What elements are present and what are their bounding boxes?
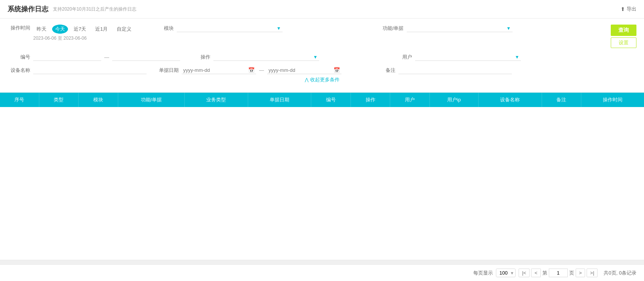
table-header-row: 序号 类型 模块 功能/单据 业务类型 单据日期 编号 操作 用户 用户ip 设… <box>0 93 644 107</box>
page-footer: 每页显示 100 50 200 ▼ |< < 第 页 > >| 共0页, 0条记… <box>0 264 644 281</box>
col-remark: 备注 <box>542 93 581 107</box>
page-number-input[interactable] <box>549 269 568 277</box>
module-select[interactable] <box>177 25 283 32</box>
user-select-wrapper: ▼ <box>415 53 521 61</box>
time-range: 2023-06-06 至 2023-06-06 <box>33 35 135 42</box>
time-btn-yesterday[interactable]: 昨天 <box>33 25 50 34</box>
number-input-to[interactable] <box>112 53 180 61</box>
data-table: 序号 类型 模块 功能/单据 业务类型 单据日期 编号 操作 用户 用户ip 设… <box>0 93 644 107</box>
time-btn-custom[interactable]: 自定义 <box>113 25 135 34</box>
operation-select[interactable] <box>213 53 319 61</box>
page-title: 系统操作日志 <box>8 5 48 14</box>
query-button[interactable]: 查询 <box>611 25 636 36</box>
col-function: 功能/单据 <box>118 93 184 107</box>
collapse-label: 收起更多条件 <box>310 76 340 83</box>
device-input[interactable] <box>33 67 147 74</box>
per-page-label: 每页显示 <box>473 270 493 276</box>
filter-area: 操作时间 昨天 今天 近7天 近1月 自定义 2023-06-06 至 2023… <box>0 19 644 93</box>
device-label: 设备名称 <box>8 67 30 74</box>
export-button[interactable]: ⬆ 导出 <box>621 6 636 12</box>
col-operation: 操作 <box>351 93 390 107</box>
date-dash: — <box>259 67 264 73</box>
page-header: 系统操作日志 支持2020年10月31日之后产生的操作日志 ⬆ 导出 <box>0 0 644 19</box>
col-index: 序号 <box>0 93 39 107</box>
remark-label: 备注 <box>373 67 395 74</box>
settings-button[interactable]: 设置 <box>611 37 636 48</box>
col-biz-type: 业务类型 <box>185 93 248 107</box>
number-dash: — <box>104 54 109 60</box>
time-btn-7days[interactable]: 近7天 <box>70 25 90 34</box>
total-info: 共0页, 0条记录 <box>604 270 636 276</box>
function-label: 功能/单据 <box>381 25 404 32</box>
col-doc-date: 单据日期 <box>248 93 311 107</box>
date-label: 单据日期 <box>154 67 179 74</box>
time-label: 操作时间 <box>8 25 30 31</box>
empty-area <box>0 107 644 239</box>
operation-label: 操作 <box>188 54 210 61</box>
calendar-to-icon[interactable]: 📅 <box>334 67 340 73</box>
col-user: 用户 <box>390 93 429 107</box>
page-unit-label: 页 <box>569 270 574 276</box>
first-page-button[interactable]: |< <box>519 269 530 277</box>
export-icon: ⬆ <box>621 6 625 12</box>
date-to-wrapper: 📅 <box>267 66 341 74</box>
time-btn-today[interactable]: 今天 <box>52 25 68 34</box>
date-from-wrapper: 📅 <box>182 66 256 74</box>
user-select[interactable] <box>415 53 521 61</box>
table-area: 序号 类型 模块 功能/单据 业务类型 单据日期 编号 操作 用户 用户ip 设… <box>0 93 644 260</box>
number-input-from[interactable] <box>33 53 101 61</box>
collapse-button[interactable]: ⋀ 收起更多条件 <box>305 76 340 83</box>
col-type: 类型 <box>39 93 78 107</box>
col-number: 编号 <box>311 93 351 107</box>
module-label: 模块 <box>151 25 174 32</box>
function-select[interactable] <box>407 25 513 32</box>
number-label: 编号 <box>8 54 30 61</box>
collapse-icon: ⋀ <box>305 77 309 82</box>
scrollbar-area[interactable] <box>0 260 644 264</box>
col-device: 设备名称 <box>478 93 542 107</box>
per-page-select[interactable]: 100 50 200 <box>496 269 516 277</box>
action-buttons: 查询 设置 <box>611 25 636 48</box>
date-to-input[interactable] <box>269 67 332 73</box>
module-select-wrapper: ▼ <box>177 25 283 32</box>
export-label: 导出 <box>627 6 636 12</box>
per-page-wrapper: 100 50 200 ▼ <box>496 269 516 277</box>
prev-page-button[interactable]: < <box>531 269 541 277</box>
page-subtitle: 支持2020年10月31日之后产生的操作日志 <box>53 6 136 12</box>
collapse-row: ⋀ 收起更多条件 <box>8 74 636 86</box>
page-prefix-label: 第 <box>542 270 547 276</box>
user-label: 用户 <box>389 54 412 61</box>
pagination-nav: |< < 第 页 > >| <box>519 269 598 277</box>
time-filter: 昨天 今天 近7天 近1月 自定义 2023-06-06 至 2023-06-0… <box>33 25 135 42</box>
col-op-time: 操作时间 <box>581 93 644 107</box>
operation-select-wrapper: ▼ <box>213 53 319 61</box>
remark-input[interactable] <box>398 67 512 74</box>
next-page-button[interactable]: > <box>576 269 585 277</box>
col-user-ip: 用户ip <box>429 93 478 107</box>
time-btn-1month[interactable]: 近1月 <box>92 25 111 34</box>
calendar-from-icon[interactable]: 📅 <box>248 67 255 73</box>
date-from-input[interactable] <box>183 67 247 73</box>
last-page-button[interactable]: >| <box>587 269 598 277</box>
function-select-wrapper: ▼ <box>407 25 513 32</box>
col-module: 模块 <box>79 93 118 107</box>
